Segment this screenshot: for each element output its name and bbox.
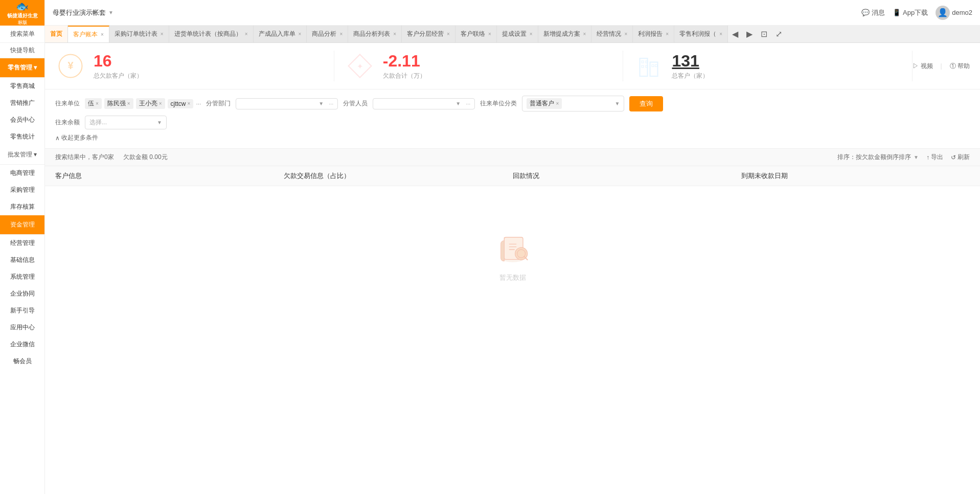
unit-type-tag-close[interactable]: × (556, 101, 559, 106)
tab-customer-contact-label: 客户联络 (461, 30, 485, 38)
tab-operations[interactable]: 经营情况 × (591, 26, 633, 43)
sort-selector[interactable]: 排序：按欠款金额倒序排序 ▼ (837, 153, 919, 162)
sidebar-item-wholesale[interactable]: 批发管理 ▾ (0, 145, 44, 165)
sidebar-search[interactable]: 搜索菜单 (0, 26, 44, 43)
results-bar: 搜索结果中，客户0家 欠款金额 0.00元 排序：按欠款金额倒序排序 ▼ ↑ 导… (45, 149, 980, 166)
tab-customer-tier-label: 客户分层经营 (407, 30, 444, 38)
tab-stock-stats[interactable]: 进货单统计表（按商品） × (169, 26, 254, 43)
refresh-btn[interactable]: ↺ 刷新 (951, 153, 970, 162)
tab-retail-profit[interactable]: 零售利润报（ × (674, 26, 728, 43)
svg-rect-10 (652, 65, 654, 67)
unit-type-tag: 普通客户 × (527, 98, 562, 109)
sidebar-item-retail-mgmt[interactable]: 零售管理 ▾ (0, 58, 44, 78)
sidebar-item-system[interactable]: 系统管理 (0, 268, 44, 285)
collapse-btn[interactable]: ∧ 收起更多条件 (55, 133, 970, 142)
unit-type-dropdown-arrow: ▼ (614, 101, 620, 106)
user-menu[interactable]: 👤 demo2 (936, 6, 972, 20)
sidebar-item-basic-info[interactable]: 基础信息 (0, 252, 44, 268)
person-selector[interactable]: ▼ ··· (373, 98, 475, 109)
sidebar-item-inventory[interactable]: 库存核算 (0, 198, 44, 215)
filter-tag-wu-close[interactable]: × (96, 101, 99, 106)
unit-filter-label: 往来单位 (55, 99, 80, 108)
sidebar-item-retail-stats[interactable]: 零售统计 (0, 128, 44, 145)
filter-tag-wang-close[interactable]: × (159, 101, 162, 106)
stat-customers-number: 131 (672, 52, 709, 71)
org-selector[interactable]: 母婴行业演示帐套 ▼ (53, 8, 113, 17)
dept-extra-btn[interactable]: ··· (329, 101, 333, 107)
sidebar-item-wechat[interactable]: 企业微信 (0, 336, 44, 353)
stat-customers-text: 131 总客户（家） (672, 52, 709, 80)
tab-purchase-order-stats-label: 采购订单统计表 (115, 30, 157, 38)
sidebar-item-member2[interactable]: 畅会员 (0, 353, 44, 370)
stat-total-debt: ✦ -2.11 欠款合计（万） (334, 51, 624, 81)
org-name: 母婴行业演示帐套 (53, 8, 106, 17)
sidebar-item-purchase[interactable]: 采购管理 (0, 182, 44, 198)
filter-area: 往来单位 伍 × 陈民强 × 王小亮 (45, 89, 980, 149)
sidebar: 🐟 畅捷通好生意 标版 搜索菜单 快捷导航 零售管理 ▾ 零售商城 营销推广 会… (0, 0, 45, 494)
sidebar-item-app-center[interactable]: 应用中心 (0, 319, 44, 336)
tab-profit-report[interactable]: 利润报告 × (633, 26, 674, 43)
tab-profit-report-close[interactable]: × (666, 31, 669, 37)
sidebar-item-member[interactable]: 会员中心 (0, 111, 44, 128)
person-extra-btn[interactable]: ··· (466, 101, 470, 107)
sidebar-item-operations[interactable]: 经营管理 (0, 235, 44, 252)
filter-row-2: 往来余额 选择... ▼ (55, 116, 970, 129)
header-right: 💬 消息 📱 App下载 👤 demo2 (861, 6, 972, 20)
tab-new-commission-close[interactable]: × (583, 31, 586, 37)
query-button[interactable]: 查询 (629, 96, 663, 111)
sidebar-quick-nav[interactable]: 快捷导航 (0, 43, 44, 58)
avatar: 👤 (936, 6, 950, 20)
dept-selector[interactable]: ▼ ··· (236, 98, 338, 109)
svg-rect-5 (650, 62, 658, 77)
tab-expand[interactable]: ⤢ (771, 26, 786, 43)
filter-more-btn[interactable]: ··· (196, 100, 201, 107)
tab-more[interactable]: ⊡ (757, 26, 771, 43)
tab-commission-settings[interactable]: 提成设置 × (497, 26, 538, 43)
tab-customer-contact-close[interactable]: × (488, 31, 491, 37)
tab-customer-ledger[interactable]: 客户账本 × (68, 26, 109, 43)
sidebar-item-marketing[interactable]: 营销推广 (0, 95, 44, 111)
tab-product-analysis-close[interactable]: × (339, 31, 343, 37)
tab-product-inbound-close[interactable]: × (299, 31, 302, 37)
tab-product-analysis-list[interactable]: 商品分析列表 × (348, 26, 402, 43)
tab-customer-contact[interactable]: 客户联络 × (455, 26, 497, 43)
filter-tag-chen-close[interactable]: × (127, 101, 130, 106)
stat-customers-label: 总客户（家） (672, 72, 709, 80)
tab-next[interactable]: ▶ (742, 26, 757, 43)
yuan-circle-icon: ¥ (55, 51, 86, 81)
tab-stock-stats-close[interactable]: × (245, 31, 248, 37)
org-dropdown-arrow: ▼ (108, 10, 113, 15)
logo[interactable]: 🐟 畅捷通好生意 标版 (0, 0, 44, 26)
tab-customer-tier-close[interactable]: × (447, 31, 450, 37)
tab-operations-close[interactable]: × (624, 31, 627, 37)
refresh-icon: ↺ (951, 154, 956, 161)
sidebar-item-newbie[interactable]: 新手引导 (0, 302, 44, 319)
tab-purchase-order-stats[interactable]: 采购订单统计表 × (109, 26, 169, 43)
tab-product-analysis[interactable]: 商品分析 × (307, 26, 348, 43)
sidebar-item-collab[interactable]: 企业协同 (0, 285, 44, 302)
diamond-icon: ✦ (345, 51, 375, 81)
export-btn[interactable]: ↑ 导出 (926, 153, 943, 162)
tab-commission-settings-close[interactable]: × (530, 31, 533, 37)
sidebar-item-retail-mall[interactable]: 零售商城 (0, 78, 44, 95)
app-download-btn[interactable]: 📱 App下载 (893, 8, 928, 17)
tab-new-commission[interactable]: 新增提成方案 × (538, 26, 592, 43)
tab-home[interactable]: 首页 (45, 26, 68, 43)
video-link[interactable]: ▷ 视频 (913, 62, 932, 71)
separator: | (941, 62, 942, 70)
tab-product-analysis-list-close[interactable]: × (393, 31, 396, 37)
messages-btn[interactable]: 💬 消息 (861, 8, 885, 17)
balance-selector[interactable]: 选择... ▼ (85, 116, 167, 129)
filter-tag-cjttcw-close[interactable]: × (188, 101, 191, 106)
tab-purchase-order-close[interactable]: × (161, 31, 164, 37)
sidebar-item-ecommerce[interactable]: 电商管理 (0, 165, 44, 182)
unit-type-selector[interactable]: 普通客户 × ▼ (522, 96, 624, 111)
tab-retail-profit-close[interactable]: × (719, 31, 722, 37)
tab-commission-settings-label: 提成设置 (502, 30, 527, 38)
help-link[interactable]: ① 帮助 (950, 62, 970, 71)
tab-prev[interactable]: ◀ (728, 26, 742, 43)
tab-customer-tier[interactable]: 客户分层经营 × (402, 26, 455, 43)
sidebar-item-finance[interactable]: 资金管理 (0, 215, 44, 235)
tab-product-inbound[interactable]: 产成品入库单 × (254, 26, 307, 43)
tab-customer-ledger-close[interactable]: × (101, 32, 104, 37)
